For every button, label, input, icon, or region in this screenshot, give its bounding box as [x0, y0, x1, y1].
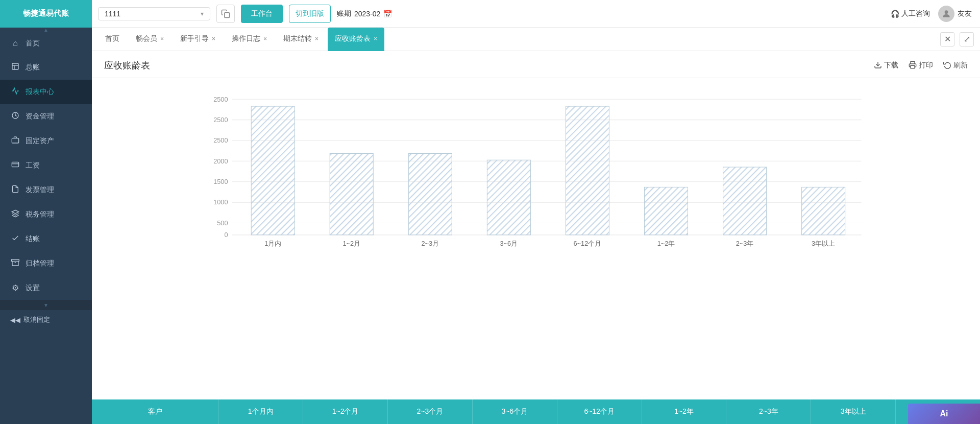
- bar-chart: 2500 2500 2500 2000 1500 1000 500 0: [104, 88, 968, 262]
- refresh-button[interactable]: 刷新: [943, 61, 968, 70]
- tab-aging-close[interactable]: ×: [374, 35, 377, 42]
- sidebar-item-ledger[interactable]: 总账: [0, 55, 92, 80]
- chart-wrapper: 2500 2500 2500 2000 1500 1000 500 0: [104, 88, 968, 262]
- page-content: 应收账龄表 下载 打印: [92, 51, 980, 424]
- user-area[interactable]: 友友: [938, 6, 972, 22]
- svg-rect-7: [12, 162, 18, 167]
- funds-icon: [10, 111, 20, 122]
- chevron-down-icon: ▾: [201, 10, 204, 17]
- tab-guide-close[interactable]: ×: [212, 35, 215, 42]
- reports-icon: [10, 87, 20, 97]
- print-button[interactable]: 打印: [909, 61, 933, 70]
- tab-oplog[interactable]: 操作日志 ×: [225, 28, 274, 51]
- invoice-icon: [10, 185, 20, 195]
- sidebar-label-archive: 归档管理: [26, 259, 54, 268]
- sidebar-item-archive[interactable]: 归档管理: [0, 251, 92, 276]
- sidebar-item-salary[interactable]: 工资: [0, 153, 92, 178]
- tab-guide[interactable]: 新手引导 ×: [173, 28, 223, 51]
- sidebar-label-salary: 工资: [26, 161, 40, 170]
- th-6-12m: 6~12个月: [557, 399, 642, 424]
- company-selector[interactable]: 1111 ▾: [98, 7, 210, 20]
- switch-version-button[interactable]: 切到旧版: [289, 5, 331, 23]
- th-1m-label: 1个月内: [248, 407, 274, 416]
- svg-text:3~6月: 3~6月: [500, 240, 518, 247]
- consult-label: 人工咨询: [901, 9, 930, 18]
- svg-rect-2: [12, 63, 18, 69]
- sidebar-label-ledger: 总账: [26, 63, 40, 72]
- calendar-icon[interactable]: 📅: [383, 10, 392, 18]
- svg-point-1: [945, 10, 948, 14]
- download-label: 下载: [884, 61, 898, 70]
- sidebar-item-assets[interactable]: 固定资产: [0, 129, 92, 153]
- th-3y-plus: 3年以上: [811, 399, 896, 424]
- period-label: 账期: [337, 9, 351, 18]
- tab-yearend-label: 期末结转: [283, 34, 312, 43]
- tabs-right: ✕ ⤢: [940, 32, 974, 46]
- sidebar-item-funds[interactable]: 资金管理: [0, 104, 92, 129]
- tab-member[interactable]: 畅会员 ×: [129, 28, 171, 51]
- print-icon: [909, 61, 917, 70]
- sidebar-item-tax[interactable]: 税务管理: [0, 202, 92, 227]
- svg-text:3年以上: 3年以上: [812, 240, 835, 247]
- sidebar-scroll-indicator[interactable]: ▼: [0, 300, 92, 310]
- tab-member-label: 畅会员: [136, 34, 157, 43]
- sidebar-label-assets: 固定资产: [26, 136, 54, 146]
- tab-yearend[interactable]: 期末结转 ×: [276, 28, 326, 51]
- sidebar-item-reports[interactable]: 报表中心: [0, 80, 92, 104]
- sidebar-item-settings[interactable]: ⚙ 设置: [0, 276, 92, 300]
- svg-rect-6: [12, 138, 18, 143]
- tab-yearend-close[interactable]: ×: [315, 35, 318, 42]
- user-name: 友友: [958, 9, 972, 18]
- consult-button[interactable]: 🎧 人工咨询: [891, 9, 930, 18]
- cancel-pin-button[interactable]: ◀◀ 取消固定: [0, 310, 92, 329]
- page-actions: 下载 打印 刷新: [874, 61, 968, 70]
- sidebar-item-checkout[interactable]: 结账: [0, 227, 92, 251]
- logo-area: 畅捷通易代账: [0, 0, 92, 28]
- sidebar-scroll-top[interactable]: ▲: [0, 28, 92, 32]
- svg-rect-38: [566, 106, 609, 235]
- period-value: 2023-02: [354, 10, 380, 18]
- svg-rect-30: [251, 106, 295, 235]
- ai-badge[interactable]: Ai: [908, 404, 980, 424]
- svg-text:1~2月: 1~2月: [342, 240, 360, 247]
- workbench-button[interactable]: 工作台: [241, 5, 283, 23]
- period-area: 账期 2023-02 📅: [337, 9, 392, 18]
- tab-aging-label: 应收账龄表: [335, 34, 371, 43]
- main-layout: ▲ ⌂ 首页 总账 报表中心 资金管理 固定: [0, 28, 980, 424]
- tab-aging[interactable]: 应收账龄表 ×: [328, 28, 384, 51]
- sidebar-item-home[interactable]: ⌂ 首页: [0, 32, 92, 55]
- sidebar-label-settings: 设置: [26, 284, 40, 293]
- svg-rect-40: [645, 187, 688, 235]
- svg-text:1500: 1500: [213, 178, 228, 185]
- sidebar-item-invoice[interactable]: 发票管理: [0, 178, 92, 202]
- th-1m: 1个月内: [218, 399, 303, 424]
- tax-icon: [10, 209, 20, 220]
- tab-home[interactable]: 首页: [98, 28, 127, 51]
- download-icon: [874, 61, 882, 70]
- ai-label: Ai: [940, 409, 948, 418]
- chart-container: 2500 2500 2500 2000 1500 1000 500 0: [92, 78, 980, 399]
- settings-icon: ⚙: [10, 283, 20, 293]
- tabs-bar: 首页 畅会员 × 新手引导 × 操作日志 × 期末结转 × 应收账龄表 ×: [92, 28, 980, 51]
- th-2-3y: 2~3年: [726, 399, 811, 424]
- tab-home-label: 首页: [105, 34, 119, 43]
- archive-icon: [10, 258, 20, 269]
- th-2-3m-label: 2~3个月: [417, 407, 444, 416]
- tab-oplog-close[interactable]: ×: [263, 35, 267, 42]
- th-2-3y-label: 2~3年: [759, 407, 778, 416]
- th-1-2m: 1~2个月: [303, 399, 388, 424]
- company-name: 1111: [105, 10, 197, 18]
- page-title: 应收账龄表: [104, 59, 150, 72]
- copy-button[interactable]: [216, 5, 235, 23]
- table-header: 客户 1个月内 1~2个月 2~3个月 3~6个月 6~12个月: [92, 399, 980, 424]
- expand-tab-button[interactable]: ⤢: [960, 32, 974, 46]
- svg-rect-0: [225, 12, 230, 17]
- content-area: 首页 畅会员 × 新手引导 × 操作日志 × 期末结转 × 应收账龄表 ×: [92, 28, 980, 424]
- th-6-12m-label: 6~12个月: [584, 407, 615, 416]
- tab-member-close[interactable]: ×: [160, 35, 164, 42]
- top-header: 畅捷通易代账 1111 ▾ 工作台 切到旧版 账期 2023-02 📅 🎧 人工…: [0, 0, 980, 28]
- download-button[interactable]: 下载: [874, 61, 898, 70]
- svg-text:500: 500: [217, 219, 228, 227]
- ledger-icon: [10, 62, 20, 73]
- close-tab-button[interactable]: ✕: [940, 32, 954, 46]
